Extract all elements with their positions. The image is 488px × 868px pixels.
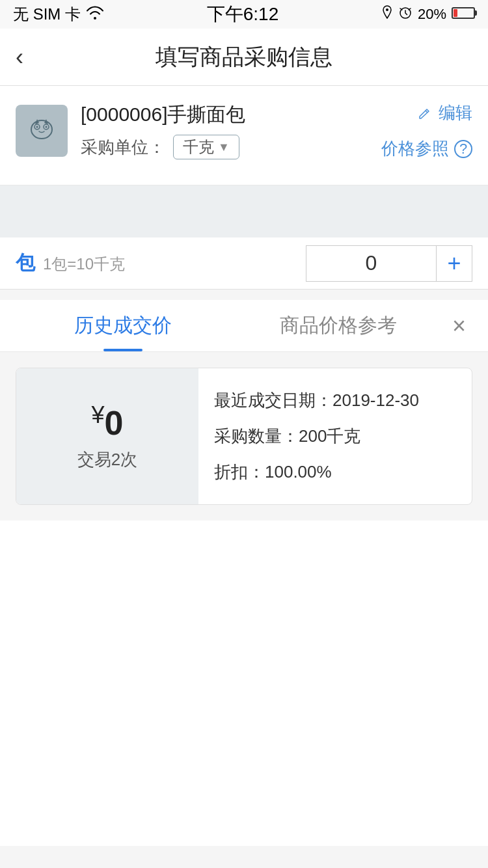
trade-count: 交易2次 [77,448,137,471]
nav-bar: ‹ 填写商品采购信息 [0,29,488,86]
status-time: 下午6:12 [207,2,279,27]
discount-value: 100.00% [265,462,332,481]
svg-point-6 [46,126,47,128]
quantity-row: 包 1包=10千克 0 + [0,237,488,290]
battery-icon [452,6,475,23]
date-label: 最近成交日期： [214,390,332,410]
discount-label: 折扣： [214,462,265,481]
history-date-row: 最近成交日期：2019-12-30 [214,388,456,413]
product-thumb-icon [25,111,58,150]
history-section: ¥0 交易2次 最近成交日期：2019-12-30 采购数量：200千克 折扣：… [0,352,488,521]
empty-area [0,521,488,846]
battery-percent: 20% [418,6,446,23]
product-thumbnail [16,105,68,157]
quantity-plus-button[interactable]: + [436,245,472,282]
history-discount-row: 折扣：100.00% [214,459,456,485]
history-quantity-row: 采购数量：200千克 [214,424,456,449]
page-title: 填写商品采购信息 [156,42,332,72]
quantity-detail-value: 200千克 [299,426,360,446]
alarm-icon [398,5,413,23]
product-header: [0000006]手撕面包 采购单位： 千克 ▼ 编辑 价格参照 [16,102,472,160]
date-value: 2019-12-30 [332,390,419,410]
product-info: [0000006]手撕面包 采购单位： 千克 ▼ [81,102,245,159]
tabs-row: 历史成交价 商品价格参考 × [0,300,488,352]
carrier-text: 无 SIM 卡 [13,4,81,25]
quantity-value: 0 [366,251,377,275]
status-left: 无 SIM 卡 [13,4,104,25]
svg-point-2 [31,120,52,139]
tab-active-indicator [103,349,142,351]
product-name: [0000006]手撕面包 [81,102,245,128]
history-details-panel: 最近成交日期：2019-12-30 采购数量：200千克 折扣：100.00% [198,368,472,504]
tab-history-price[interactable]: 历史成交价 [16,300,230,351]
help-icon: ? [454,140,472,158]
history-price-panel: ¥0 交易2次 [16,368,198,504]
location-icon [381,5,393,23]
svg-point-5 [36,126,38,128]
quantity-label-text: 采购数量： [214,426,299,446]
tab-history-label: 历史成交价 [74,312,172,339]
quantity-hint: 1包=10千克 [43,254,125,275]
unit-label: 采购单位： [81,136,165,159]
quantity-label: 包 1包=10千克 [16,250,125,277]
svg-point-0 [386,8,388,11]
section-divider [0,185,488,237]
currency-symbol: ¥ [92,401,105,428]
history-price-value: ¥0 [92,401,124,442]
quantity-unit: 包 [16,250,35,277]
status-bar: 无 SIM 卡 下午6:12 20% [0,0,488,29]
price-ref-button[interactable]: 价格参照 ? [381,137,472,160]
product-card: [0000006]手撕面包 采购单位： 千克 ▼ 编辑 价格参照 [0,86,488,185]
unit-badge[interactable]: 千克 ▼ [173,135,239,159]
tab-close-button[interactable]: × [446,312,472,340]
status-right: 20% [381,5,475,23]
product-actions: 编辑 价格参照 ? [381,102,472,160]
edit-button[interactable]: 编辑 [418,102,472,124]
tab-price-ref-label: 商品价格参考 [280,312,397,339]
quantity-input[interactable]: 0 [306,245,436,282]
quantity-controls: 0 + [306,245,472,282]
unit-dropdown-arrow: ▼ [218,141,230,154]
product-left: [0000006]手撕面包 采购单位： 千克 ▼ [16,102,245,159]
history-card: ¥0 交易2次 最近成交日期：2019-12-30 采购数量：200千克 折扣：… [16,368,472,505]
product-unit-row: 采购单位： 千克 ▼ [81,135,245,159]
back-button[interactable]: ‹ [16,44,23,71]
unit-value: 千克 [183,137,214,157]
tab-product-price-ref[interactable]: 商品价格参考 [230,300,445,351]
wifi-icon [86,5,104,23]
